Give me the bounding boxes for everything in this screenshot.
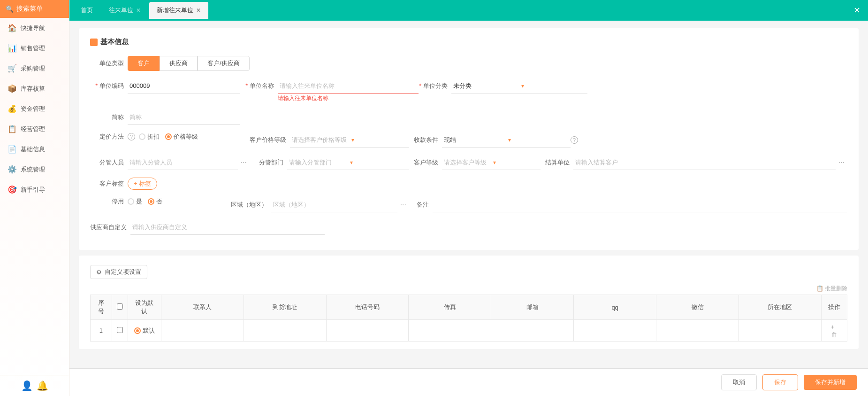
- section-title-icon: [90, 39, 98, 46]
- dept-select[interactable]: 请输入分管部门 ▾: [287, 155, 409, 170]
- custom-settings-btn[interactable]: ⚙ 自定义项设置: [90, 265, 147, 279]
- unit-code-input[interactable]: [128, 78, 240, 93]
- radio-discount-circle: [139, 133, 145, 140]
- sidebar-item-quick-nav[interactable]: 🏠 快捷导航: [0, 18, 69, 38]
- cell-fax[interactable]: [409, 320, 491, 342]
- unit-name-wrapper: 单位名称: [240, 78, 419, 93]
- row-region-input[interactable]: [744, 327, 816, 334]
- qq-input[interactable]: [579, 327, 651, 334]
- pricing-radio-group: 折扣 价格等级: [139, 132, 198, 141]
- supplier-custom-input[interactable]: [130, 220, 325, 235]
- btn-customer[interactable]: 客户: [128, 56, 160, 71]
- row-abbr: 简称: [90, 110, 847, 125]
- cust-price-select[interactable]: 请选择客户价格等级 ▾: [290, 132, 409, 148]
- tabbar-close-btn[interactable]: ✕: [850, 5, 864, 16]
- sidebar-item-purchase[interactable]: 🛒 采购管理: [0, 58, 69, 78]
- btn-supplier[interactable]: 供应商: [160, 56, 198, 71]
- sidebar-item-basic-info[interactable]: 📄 基础信息: [0, 139, 69, 159]
- cell-email[interactable]: [491, 320, 574, 342]
- gear-settings-icon: ⚙: [96, 269, 102, 276]
- unit-name-input[interactable]: [278, 78, 419, 93]
- wechat-input[interactable]: [661, 327, 734, 334]
- pricing-field: 定价方法 ? 折扣 价格等级: [90, 132, 250, 141]
- select-all-checkbox[interactable]: [117, 303, 123, 310]
- cell-phone[interactable]: [326, 320, 409, 342]
- chevron-down-icon: ▾: [519, 83, 587, 89]
- settlement-input[interactable]: [573, 155, 836, 170]
- cust-level-select[interactable]: 请选择客户等级 ▾: [442, 155, 541, 170]
- cancel-button[interactable]: 取消: [721, 374, 757, 390]
- tab-new-partner-close[interactable]: ✕: [196, 7, 201, 14]
- save-and-new-button[interactable]: 保存并新增: [804, 375, 857, 390]
- cell-default[interactable]: 默认: [128, 320, 161, 342]
- remark-label: 备注: [409, 201, 433, 209]
- department-field: 分管部门 请输入分管部门 ▾: [250, 155, 409, 170]
- dept-placeholder: 请输入分管部门: [287, 158, 348, 167]
- supervisor-more-btn[interactable]: ···: [238, 158, 250, 167]
- delete-row-btn[interactable]: 🗑: [831, 331, 837, 338]
- sidebar-item-system[interactable]: ⚙️ 系统管理: [0, 159, 69, 179]
- tab-new-partner-label: 新增往来单位: [157, 6, 193, 15]
- supervisor-input[interactable]: [128, 155, 238, 170]
- sidebar-item-guide[interactable]: 🎯 新手引导: [0, 179, 69, 200]
- tab-partners[interactable]: 往来单位 ✕: [101, 2, 148, 19]
- add-row-btn[interactable]: ＋: [830, 323, 836, 330]
- fax-input[interactable]: [413, 327, 486, 334]
- row-checkbox[interactable]: [117, 327, 123, 333]
- unit-cat-label: 单位分类: [419, 82, 451, 90]
- settlement-more-btn[interactable]: ···: [836, 158, 847, 167]
- unit-category-select[interactable]: 未分类 ▾: [451, 78, 587, 93]
- remark-input[interactable]: [433, 197, 847, 212]
- sidebar-bottom: 👤 🔔: [0, 375, 69, 396]
- address-input[interactable]: [249, 327, 321, 334]
- supervisor-label: 分管人员: [90, 158, 128, 167]
- col-contact: 联系人: [161, 295, 244, 320]
- radio-yes[interactable]: 是: [128, 197, 142, 206]
- radio-discount[interactable]: 折扣: [139, 132, 160, 141]
- email-input[interactable]: [496, 327, 569, 334]
- tab-partners-close[interactable]: ✕: [136, 7, 141, 14]
- table-body: 1 默认: [91, 320, 847, 342]
- notification-icon[interactable]: 🔔: [37, 380, 48, 391]
- col-default: 设为默认: [128, 295, 161, 320]
- abbr-input[interactable]: [128, 110, 240, 125]
- col-seq: 序号: [91, 295, 112, 320]
- search-menu[interactable]: 🔍 搜索菜单: [0, 0, 69, 18]
- default-radio[interactable]: 默认: [133, 326, 156, 335]
- sidebar-item-operations[interactable]: 📋 经营管理: [0, 119, 69, 139]
- btn-both[interactable]: 客户/供应商: [198, 56, 250, 71]
- col-checkbox[interactable]: [112, 295, 128, 320]
- radio-no[interactable]: 否: [148, 197, 162, 206]
- phone-input[interactable]: [331, 327, 404, 334]
- sidebar-item-label: 采购管理: [21, 64, 45, 73]
- tab-home-label: 首页: [81, 6, 93, 15]
- tab-home[interactable]: 首页: [73, 2, 100, 19]
- save-button[interactable]: 保存: [762, 374, 798, 390]
- sidebar-item-inventory[interactable]: 📦 库存核算: [0, 78, 69, 99]
- cell-qq[interactable]: [574, 320, 656, 342]
- cell-address[interactable]: [244, 320, 326, 342]
- cell-checkbox[interactable]: [112, 320, 128, 342]
- cell-region[interactable]: [739, 320, 821, 342]
- sidebar-item-sales[interactable]: 📊 销售管理: [0, 38, 69, 58]
- bulk-delete-label[interactable]: 批量删除: [825, 285, 847, 292]
- sidebar-item-label: 系统管理: [21, 165, 45, 174]
- payment-select[interactable]: 现结 ▾: [442, 132, 571, 148]
- unit-type-field: 单位类型 客户 供应商 客户/供应商: [90, 56, 325, 71]
- tab-new-partner[interactable]: 新增往来单位 ✕: [149, 2, 208, 19]
- payment-help-icon[interactable]: ?: [571, 136, 578, 144]
- contact-input[interactable]: [166, 327, 239, 334]
- unit-type-label: 单位类型: [90, 59, 128, 68]
- radio-price-level[interactable]: 价格等级: [165, 132, 198, 141]
- region-input[interactable]: [271, 197, 397, 212]
- supplier-custom-field: 供应商自定义: [90, 220, 325, 235]
- money-icon: 💰: [8, 104, 17, 113]
- user-icon[interactable]: 👤: [21, 380, 33, 391]
- pricing-help-icon[interactable]: ?: [128, 133, 135, 140]
- sidebar-item-finance[interactable]: 💰 资金管理: [0, 99, 69, 119]
- add-tag-btn[interactable]: + 标签: [128, 178, 157, 190]
- cell-wechat[interactable]: [656, 320, 739, 342]
- region-more-btn[interactable]: ···: [397, 201, 409, 209]
- tag-btn-label: + 标签: [134, 179, 151, 188]
- cell-contact[interactable]: [161, 320, 244, 342]
